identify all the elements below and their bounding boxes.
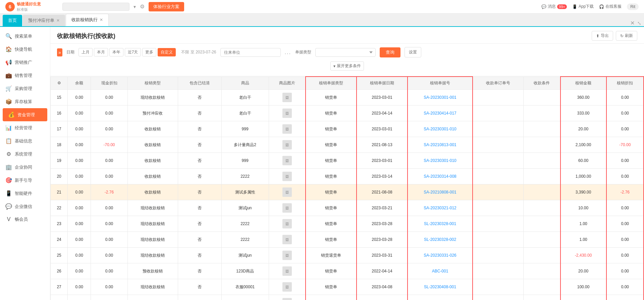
tab-home[interactable]: 首页 (3, 15, 22, 26)
sidebar-label-search: 搜索菜单 (15, 33, 32, 39)
cell-goods-image: 🖼 (269, 184, 306, 200)
cell-bill-no[interactable]: SA-20230301-010 (408, 121, 473, 137)
logo-area: 6 畅捷通好生意 标准版 (5, 1, 56, 12)
sidebar-item-inventory[interactable]: 📦库存核算 (0, 95, 50, 108)
cell-receipt-order-no (473, 216, 523, 232)
sidebar-item-system[interactable]: ⚙系统管理 (0, 147, 50, 161)
cell-bill-type: 销货单 (306, 90, 357, 105)
window-close-icon[interactable]: ✕ (630, 20, 635, 26)
sidebar-item-wechat[interactable]: 💬企业微信 (0, 200, 50, 213)
sidebar-item-base[interactable]: 📋基础信息 (0, 134, 50, 147)
date-btn-custom[interactable]: 自定义 (158, 48, 176, 56)
expand-more-btn[interactable]: ▾ 展开更多条件 (330, 61, 364, 71)
bill-no-link[interactable]: SA-20210808-001 (424, 190, 456, 195)
export-button[interactable]: ⬆ 导出 (592, 31, 613, 41)
cell-cancel-discount: 0.00 (606, 232, 644, 248)
top-bar: 6 畅捷通好生意 标准版 ▾ ⚙ 体验行业方案 💬 消息 99+ 📱 App下载… (0, 0, 644, 13)
cell-bill-no[interactable]: SA-20210813-001 (408, 137, 473, 153)
hardware-icon: 📱 (5, 190, 12, 197)
cell-receipt-order-no (473, 295, 523, 300)
sidebar-item-business[interactable]: 📊经营管理 (0, 121, 50, 134)
goods-image: 🖼 (282, 93, 292, 102)
cell-cancel-amount: 60.00 (560, 153, 606, 169)
cell-cancel-amount: -2,430.00 (560, 248, 606, 263)
cell-cancel-discount: 0.00 (606, 295, 644, 300)
cell-bill-no[interactable]: SL-20230328-001 (408, 216, 473, 232)
cell-bill-date: 2021-08-13 (357, 137, 408, 153)
sidebar-item-hardware[interactable]: 📱智能硬件 (0, 187, 50, 200)
bill-no-link[interactable]: SA-20230331-026 (424, 253, 456, 258)
sidebar-item-sales[interactable]: 💼销售管理 (0, 69, 50, 82)
top-search-input[interactable] (62, 3, 129, 11)
setting-button[interactable]: 设置 (405, 47, 421, 57)
bill-no-link[interactable]: SL-20230328-001 (424, 221, 456, 226)
table-row: 20 0.00 0.00 收款核销 否 2222 🖼 销货单 2023-03-1… (51, 169, 644, 184)
table-header-row: ⚙ 余额 现金折扣 核销类型 包含已结清 商品 商品图片 核销单据类型 核销单据… (51, 77, 644, 90)
settings-gear-icon[interactable]: ⚙ (140, 3, 145, 10)
bill-type-select[interactable] (315, 48, 376, 57)
cell-receipt-order-no (473, 121, 523, 137)
date-btn-7days[interactable]: 近7天 (125, 48, 141, 56)
bill-no-link[interactable]: SA-20230321-012 (424, 206, 456, 210)
bill-no-link[interactable]: SA-20230301-001 (424, 95, 456, 100)
sidebar-item-guide[interactable]: 🎯新手引导 (0, 174, 50, 187)
table-container[interactable]: ⚙ 余额 现金折扣 核销类型 包含已结清 商品 商品图片 核销单据类型 核销单据… (50, 76, 644, 300)
tab-receipt-cancel[interactable]: 收款核销执行 ✕ (66, 14, 109, 26)
bill-no-link[interactable]: SA-20230301-010 (424, 158, 456, 163)
window-expand-icon[interactable]: ⤡ (637, 20, 641, 26)
tab-prepay[interactable]: 预付冲应付单 ✕ (23, 15, 65, 26)
cell-include-cleared: 否 (178, 232, 221, 248)
sidebar-item-member[interactable]: V畅会员 (0, 213, 50, 226)
tab2-close-icon[interactable]: ✕ (100, 17, 103, 22)
sidebar-item-enterprise[interactable]: 🏢企业协同 (0, 161, 50, 174)
bill-no-link[interactable]: ABC-001 (432, 269, 448, 273)
bill-no-link[interactable]: SA-20230314-008 (424, 174, 456, 179)
messages-action[interactable]: 💬 消息 99+ (541, 4, 567, 9)
query-button[interactable]: 查询 (380, 47, 400, 57)
cell-goods-image: 🖼 (269, 295, 306, 300)
bill-no-link[interactable]: SL-20230328-002 (424, 237, 456, 242)
sidebar-item-search[interactable]: 🔍搜索菜单 (0, 30, 50, 43)
tab1-close-icon[interactable]: ✕ (56, 18, 60, 23)
cell-goods: 老白干 (221, 90, 269, 105)
cell-balance: 0.00 (68, 90, 91, 105)
col-settings-header[interactable]: ⚙ (51, 77, 68, 90)
sidebar-item-marketing[interactable]: 📢营销推广 (0, 56, 50, 69)
cell-bill-no[interactable]: SA-20230331-026 (408, 248, 473, 263)
cell-cancel-type: 预付冲应收 (127, 105, 178, 121)
cell-receipt-condition (523, 248, 560, 263)
partner-input[interactable] (220, 48, 281, 57)
app-download-action[interactable]: 📱 App下载 (572, 4, 594, 9)
sidebar-item-nav[interactable]: 🏠快捷导航 (0, 43, 50, 56)
cell-bill-no[interactable]: SL-20230418-001 (408, 295, 473, 300)
industry-solution-button[interactable]: 体验行业方案 (149, 2, 184, 11)
date-btn-this-month[interactable]: 本月 (94, 48, 108, 56)
cell-bill-no[interactable]: SA-20210808-001 (408, 184, 473, 200)
sales-icon: 💼 (5, 72, 12, 79)
cell-bill-no[interactable]: SA-20230314-008 (408, 169, 473, 184)
bill-no-link[interactable]: SA-20230301-010 (424, 127, 456, 131)
search-arrow-icon[interactable]: ▾ (133, 4, 136, 9)
cell-bill-no[interactable]: SA-20230301-010 (408, 153, 473, 169)
cell-bill-no[interactable]: SL-20230408-001 (408, 279, 473, 295)
online-service-action[interactable]: 🎧 在线客服 (599, 4, 622, 9)
date-btn-this-year[interactable]: 本年 (109, 48, 123, 56)
bill-no-link[interactable]: SA-20210813-001 (424, 142, 456, 147)
cell-bill-no[interactable]: SA-20230301-001 (408, 90, 473, 105)
refresh-button[interactable]: ↻ 刷新 (616, 31, 637, 41)
partner-more-icon[interactable]: ... (285, 49, 291, 55)
user-profile-action[interactable]: Rit (627, 3, 639, 10)
date-btn-more[interactable]: 更多 (142, 48, 156, 56)
cell-receipt-condition (523, 121, 560, 137)
cell-bill-no[interactable]: SL-20230328-002 (408, 232, 473, 248)
cell-receipt-condition (523, 184, 560, 200)
bill-no-link[interactable]: SL-20230408-001 (424, 285, 456, 289)
cell-bill-no[interactable]: SA-20230321-012 (408, 200, 473, 216)
bill-no-link[interactable]: SA-20230414-017 (424, 111, 456, 116)
date-btn-last-month[interactable]: 上月 (78, 48, 93, 56)
sidebar-item-finance[interactable]: 💰资金管理 (3, 108, 47, 121)
filter-expand-left[interactable]: » (57, 48, 62, 56)
cell-bill-no[interactable]: SA-20230414-017 (408, 105, 473, 121)
cell-bill-no[interactable]: ABC-001 (408, 263, 473, 279)
sidebar-item-purchase[interactable]: 🛒采购管理 (0, 82, 50, 95)
